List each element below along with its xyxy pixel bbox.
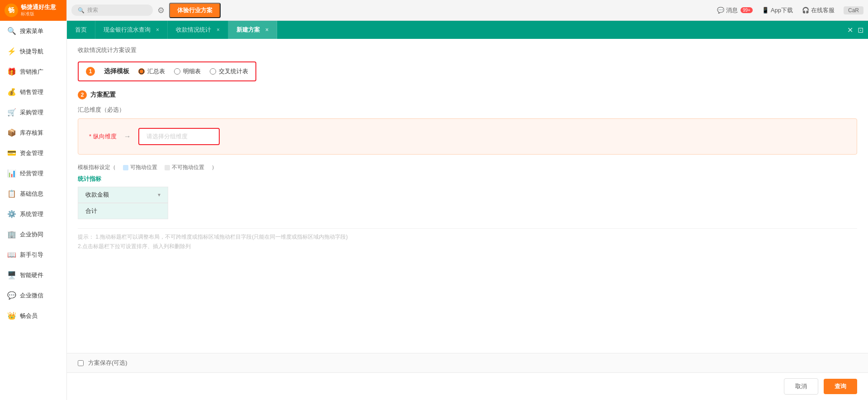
search-placeholder: 搜索 [87,6,98,14]
service-item[interactable]: 🎧 在线客服 [802,6,835,14]
content-area: 收款情况统计方案设置 1 选择模板 汇总表 [67,39,868,400]
enterprise-icon: 🏢 [7,230,15,239]
step1-header: 1 选择模板 汇总表 明细表 [78,61,857,81]
sidebar-item-label: 系统管理 [20,210,43,218]
trial-button[interactable]: 体验行业方案 [169,3,221,18]
maximize-icon[interactable]: ⊡ [858,26,863,34]
member-icon: 👑 [7,311,15,320]
sidebar-item-label: 智能硬件 [20,271,43,279]
topbar: 🔍 搜索 ⚙ 体验行业方案 💬 消息 99+ 📱 App下载 🎧 在线客服 Ca… [67,0,868,21]
save-label: 方案保存(可选) [88,359,127,367]
sidebar-item-label: 企业微信 [20,292,43,300]
sidebar-item-search[interactable]: 🔍 搜索菜单 [0,21,66,41]
sidebar: 畅 畅捷通好生意 标准版 🔍 搜索菜单 ⚡ 快捷导航 🎁 营销推广 💰 销售管理… [0,0,67,400]
step1-label: 选择模板 [104,67,129,75]
sidebar-item-label: 搜索菜单 [20,27,43,35]
dimension-area: * 纵向维度 → 请选择分组维度 [78,118,857,155]
page-title: 收款情况统计方案设置 [78,46,857,54]
main-area: 🔍 搜索 ⚙ 体验行业方案 💬 消息 99+ 📱 App下载 🎧 在线客服 Ca… [67,0,868,400]
sidebar-item-basic[interactable]: 📋 基础信息 [0,184,66,204]
draggable-indicator: 可拖动位置 [123,164,157,171]
wechat-icon: 💬 [7,291,15,300]
quick-nav-icon: ⚡ [7,47,15,56]
logo-name: 畅捷通好生意 [21,4,56,11]
marketing-icon: 🎁 [7,67,15,76]
sales-icon: 💰 [7,88,15,96]
sidebar-item-purchase[interactable]: 🛒 采购管理 [0,102,66,122]
sidebar-item-inventory[interactable]: 📦 库存核算 [0,122,66,143]
download-item[interactable]: 📱 App下载 [762,6,793,14]
save-checkbox[interactable] [78,360,84,366]
sidebar-item-hardware[interactable]: 🖥️ 智能硬件 [0,265,66,285]
tab-home[interactable]: 首页 [67,21,95,39]
draggable-legend: 模板指标设定（ 可拖动位置 不可拖动位置 ） [78,164,857,171]
tips-area: 提示： 1.拖动标题栏可以调整布局，不可跨维度或指标区域拖动栏目字段(只能在同一… [78,228,857,250]
sidebar-item-sales[interactable]: 💰 销售管理 [0,82,66,102]
sidebar-item-label: 快捷导航 [20,47,43,56]
close-paren: ） [212,164,217,171]
radio-cross-label: 交叉统计表 [219,67,248,75]
collection-tab-close-icon[interactable]: × [217,27,220,33]
download-icon: 📱 [762,7,769,14]
tab-bank[interactable]: 现金银行流水查询 × [95,21,168,39]
notification-item[interactable]: 💬 消息 99+ [717,6,753,14]
search-bar[interactable]: 🔍 搜索 [71,5,153,16]
bank-tab-label: 现金银行流水查询 [104,26,151,34]
notification-icon: 💬 [717,7,724,14]
step2-label: 方案配置 [90,91,116,99]
fixed-label: 不可拖动位置 [172,164,204,171]
search-icon-top: 🔍 [78,7,85,14]
settings-icon[interactable]: ⚙ [157,5,165,15]
tab-new-plan[interactable]: 新建方案 × [228,21,277,39]
radio-detail[interactable]: 明细表 [174,67,201,75]
home-tab-label: 首页 [75,26,87,34]
notification-badge: 99+ [741,7,753,13]
logo-icon: 畅 [5,4,18,17]
close-window-icon[interactable]: ✕ [847,26,853,34]
draggable-dot [123,165,128,170]
tabbar-controls: ✕ ⊡ [843,21,868,39]
sidebar-item-enterprise[interactable]: 🏢 企业协同 [0,224,66,245]
page-content: 收款情况统计方案设置 1 选择模板 汇总表 [67,39,868,353]
sidebar-item-label: 销售管理 [20,88,43,96]
sidebar-item-label: 新手引导 [20,251,43,259]
sidebar-item-guide[interactable]: 📖 新手引导 [0,245,66,265]
search-icon: 🔍 [7,27,15,35]
cancel-button[interactable]: 取消 [784,378,818,395]
radio-cross[interactable]: 交叉统计表 [210,67,248,75]
sidebar-item-quick-nav[interactable]: ⚡ 快捷导航 [0,41,66,61]
row-dimension-label: * 纵向维度 [89,132,117,141]
step2-header: 2 方案配置 [78,90,857,99]
sidebar-item-system[interactable]: ⚙️ 系统管理 [0,204,66,224]
tab-collection-stat[interactable]: 收款情况统计 × [168,21,228,39]
bank-tab-close-icon[interactable]: × [156,27,159,33]
sidebar-item-label: 库存核算 [20,129,43,137]
logo-sub: 标准版 [21,11,56,17]
sidebar-item-label: 企业协同 [20,231,43,239]
basic-icon: 📋 [7,189,15,198]
metrics-chevron-icon[interactable]: ▾ [158,192,160,198]
new-plan-tab-label: 新建方案 [236,26,260,34]
metrics-section: 模板指标设定（ 可拖动位置 不可拖动位置 ） 统计指标 [78,164,857,219]
sidebar-item-label: 经营管理 [20,169,43,178]
fixed-dot [165,165,170,170]
radio-detail-label: 明细表 [183,67,201,75]
new-plan-tab-close-icon[interactable]: × [265,27,269,33]
sidebar-item-finance[interactable]: 💳 资金管理 [0,143,66,163]
metrics-header-row: 收款金额 ▾ [78,187,168,203]
sidebar-item-operation[interactable]: 📊 经营管理 [0,163,66,184]
user-avatar[interactable]: CaR [844,6,863,14]
tabbar: 首页 现金银行流水查询 × 收款情况统计 × 新建方案 × ✕ ⊡ [67,21,868,39]
dimension-select[interactable]: 请选择分组维度 [138,128,220,145]
metrics-total-row: 合计 [78,203,168,219]
sidebar-logo: 畅 畅捷通好生意 标准版 [0,0,66,21]
sidebar-item-member[interactable]: 👑 畅会员 [0,306,66,326]
operation-icon: 📊 [7,169,15,178]
query-button[interactable]: 查询 [824,379,857,394]
purchase-icon: 🛒 [7,108,15,117]
radio-summary[interactable]: 汇总表 [138,67,165,75]
sidebar-item-marketing[interactable]: 🎁 营销推广 [0,61,66,82]
step1-num: 1 [86,67,95,76]
hardware-icon: 🖥️ [7,271,15,279]
sidebar-item-wechat[interactable]: 💬 企业微信 [0,285,66,306]
